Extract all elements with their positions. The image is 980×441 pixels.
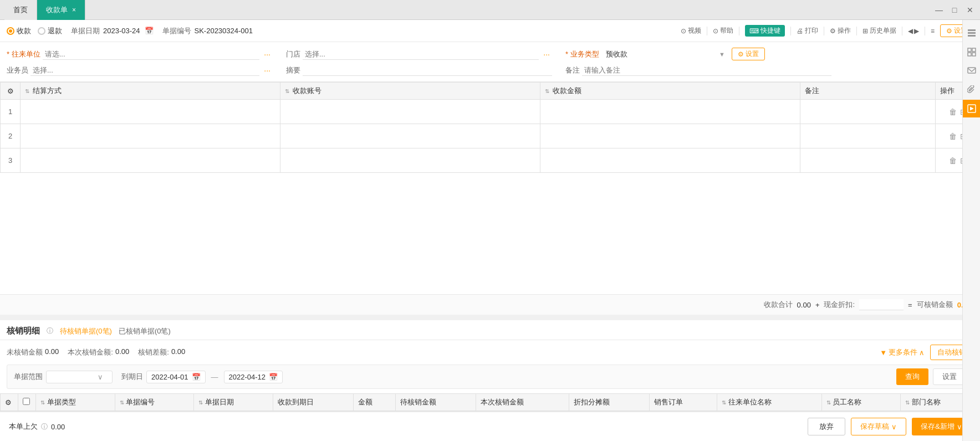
- ref-val: 0.00: [51, 423, 65, 431]
- radio-tuikuan-label: 退款: [48, 26, 62, 36]
- date-start[interactable]: 2022-04-01 📅: [146, 371, 206, 383]
- col-amount-header: ⇅ 收款金额: [540, 83, 800, 100]
- sidebar-icon-5[interactable]: [963, 100, 980, 117]
- sidebar-icon-1[interactable]: [963, 24, 980, 42]
- verify-header: 核销明细 ⓘ 待核销单据(0笔) 已核销单据(0笔): [0, 320, 980, 340]
- radio-tuikuan[interactable]: 退款: [38, 26, 62, 36]
- maximize-button[interactable]: □: [949, 4, 960, 16]
- tab-done[interactable]: 已核销单据(0笔): [119, 326, 171, 336]
- minimize-button[interactable]: —: [933, 4, 945, 16]
- bottom-table-wrapper[interactable]: ⚙ ⇅ 单据类型 ⇅ 单据编号 ⇅ 单据日期: [0, 393, 980, 411]
- print-button[interactable]: 🖨 打印: [797, 26, 818, 35]
- next-arrow[interactable]: ▶: [914, 27, 919, 35]
- biztype-value: 预收款: [606, 49, 627, 59]
- footer-info-icon[interactable]: ⓘ: [41, 422, 48, 432]
- row-2-account[interactable]: [280, 124, 540, 148]
- close-icon[interactable]: ×: [72, 6, 76, 14]
- select-all-checkbox[interactable]: [23, 398, 30, 405]
- video-button[interactable]: ⊙ 视频: [681, 26, 701, 35]
- col-account-header: ⇅ 收款账号: [280, 83, 540, 100]
- calendar-start-icon[interactable]: 📅: [192, 373, 201, 381]
- payment-type-group: 收款 退款: [7, 26, 62, 36]
- row-3-delete-icon[interactable]: 🗑: [949, 156, 957, 165]
- note-label: 备注: [565, 65, 580, 75]
- tab-home[interactable]: 首页: [4, 0, 37, 20]
- row-2-settle[interactable]: [21, 124, 280, 148]
- divider3: [790, 27, 791, 35]
- col-gear-bottom[interactable]: ⚙: [1, 394, 18, 411]
- tab-bar: 首页 收款单 × — □ ✕: [0, 0, 980, 20]
- verify-stats: 未核销金额 0.00 本次核销金额: 0.00 核销差额: 0.00 ▼ 更多条…: [0, 340, 980, 365]
- prev-arrow[interactable]: ◀: [908, 27, 913, 35]
- grid-icon: [967, 48, 976, 57]
- row-1-account[interactable]: [280, 100, 540, 124]
- gear-icon: ⚙: [946, 27, 952, 35]
- calendar-end-icon[interactable]: 📅: [269, 373, 278, 381]
- abandon-button[interactable]: 放弃: [808, 418, 845, 435]
- sidebar-icon-3[interactable]: [963, 62, 980, 80]
- col-note-header: 备注: [800, 83, 935, 100]
- row-1-amount[interactable]: [540, 100, 800, 124]
- row-1-settle[interactable]: [21, 100, 280, 124]
- tab-pending[interactable]: 待核销单据(0笔): [60, 326, 112, 336]
- col-bill-date-header: ⇅ 单据日期: [194, 394, 273, 411]
- store-more-icon[interactable]: ···: [541, 50, 552, 59]
- biztype-arrow-icon[interactable]: ▼: [719, 51, 725, 58]
- filter-buttons: 查询 设置: [896, 368, 966, 385]
- main-table: ⚙ ⇅ 结算方式 ⇅ 收款账号 ⇅ 收款金额: [0, 82, 980, 173]
- col-company-label: 往来单位名称: [728, 398, 772, 406]
- date-end[interactable]: 2022-04-12 📅: [224, 371, 283, 383]
- tab-current[interactable]: 收款单 ×: [37, 0, 85, 20]
- col-checkbox[interactable]: [18, 394, 36, 411]
- row-2-note[interactable]: [800, 124, 935, 148]
- row-1-note[interactable]: [800, 100, 935, 124]
- total-val: 0.00: [797, 301, 811, 309]
- verify-info-icon[interactable]: ⓘ: [47, 326, 53, 336]
- video-label: 视频: [688, 26, 701, 35]
- filter-settings-button[interactable]: 设置: [933, 368, 966, 385]
- store-input[interactable]: [303, 49, 539, 60]
- table-icon: [967, 29, 976, 38]
- summary-input[interactable]: [303, 65, 552, 76]
- row-1-delete-icon[interactable]: 🗑: [949, 107, 957, 116]
- print-label: 打印: [805, 26, 818, 35]
- col-gear[interactable]: ⚙: [1, 83, 21, 100]
- calendar-icon[interactable]: 📅: [145, 27, 154, 35]
- row-2-amount[interactable]: [540, 124, 800, 148]
- more-filter-button[interactable]: ▼ 更多条件 ∧: [880, 347, 925, 357]
- row-3-settle[interactable]: [21, 148, 280, 173]
- save-new-chevron-icon: ∨: [957, 423, 962, 431]
- operation-button[interactable]: ⚙ 操作: [830, 26, 851, 35]
- due-date-label: 到期日: [121, 372, 143, 382]
- row-3-num: 3: [1, 148, 21, 173]
- svg-rect-3: [968, 48, 971, 52]
- sort-icon-st: ⇅: [826, 399, 831, 406]
- sidebar-icon-4[interactable]: [963, 81, 980, 99]
- shortcut-button[interactable]: ⌨ 快捷键: [745, 25, 785, 37]
- biz-settings-button[interactable]: ⚙ 设置: [732, 48, 765, 60]
- query-button[interactable]: 查询: [896, 368, 928, 385]
- help-button[interactable]: ⊙ 帮助: [713, 26, 733, 35]
- salesperson-input[interactable]: [30, 65, 259, 76]
- save-draft-button[interactable]: 保存草稿 ∨: [851, 418, 906, 435]
- note-input[interactable]: [582, 65, 831, 76]
- row-3-note[interactable]: [800, 148, 935, 173]
- menu-icon[interactable]: ≡: [931, 27, 935, 35]
- company-more-icon[interactable]: ···: [262, 50, 273, 59]
- row-3-account[interactable]: [280, 148, 540, 173]
- history-button[interactable]: ⊞ 历史单据: [862, 26, 896, 35]
- range-select[interactable]: ∨: [46, 371, 113, 383]
- close-window-button[interactable]: ✕: [964, 4, 976, 16]
- svg-rect-5: [968, 53, 971, 56]
- company-input[interactable]: [43, 49, 260, 60]
- row-3-amount[interactable]: [540, 148, 800, 173]
- discount-input[interactable]: [859, 299, 904, 310]
- radio-shoukuan[interactable]: 收款: [7, 26, 31, 36]
- chevron-up-icon: ∧: [919, 348, 925, 357]
- table-wrapper[interactable]: ⚙ ⇅ 结算方式 ⇅ 收款账号 ⇅ 收款金额: [0, 82, 980, 294]
- salesperson-more-icon[interactable]: ···: [262, 66, 273, 75]
- row-2-delete-icon[interactable]: 🗑: [949, 132, 957, 141]
- table-row: 2 🗑 ⊞: [1, 124, 980, 148]
- sidebar-icon-2[interactable]: [963, 43, 980, 61]
- bill-no-label: 单据编号: [162, 26, 191, 36]
